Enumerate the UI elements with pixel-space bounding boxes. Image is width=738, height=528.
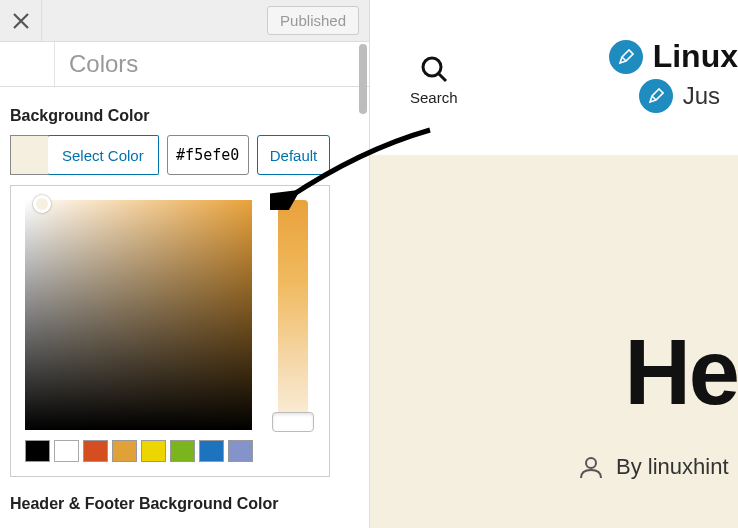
site-preview: Search Linux Jus He [370,0,738,528]
preset-swatch[interactable] [112,440,137,462]
svg-point-0 [423,58,441,76]
preset-swatch[interactable] [141,440,166,462]
preset-swatch[interactable] [54,440,79,462]
bg-color-label: Background Color [10,107,359,125]
section-header: Colors [0,42,369,87]
hue-slider[interactable] [278,200,308,430]
byline: By linuxhint [578,454,729,480]
header-footer-bg-label: Header & Footer Background Color [10,495,359,513]
preset-swatch[interactable] [83,440,108,462]
preset-swatch[interactable] [25,440,50,462]
search-icon [420,55,448,83]
saturation-value-area[interactable] [25,200,252,430]
published-button[interactable]: Published [267,6,359,35]
pencil-icon [618,49,634,65]
site-title[interactable]: Linux [653,38,738,75]
preset-swatch[interactable] [170,440,195,462]
search-button[interactable]: Search [410,55,458,106]
section-title: Colors [55,44,369,84]
sv-handle[interactable] [33,195,51,213]
search-label: Search [410,89,458,106]
svg-point-1 [586,458,596,468]
color-picker [10,185,330,477]
pencil-icon [648,88,664,104]
scrollbar[interactable] [359,44,367,114]
preset-swatch[interactable] [199,440,224,462]
back-area[interactable] [0,42,55,86]
preset-swatch[interactable] [228,440,253,462]
close-icon[interactable] [0,0,42,42]
site-tagline[interactable]: Jus [683,82,720,110]
edit-tagline-button[interactable] [639,79,673,113]
author-icon [578,454,604,480]
preview-content-area: He By linuxhint [370,155,738,528]
edit-title-button[interactable] [609,40,643,74]
customizer-topbar: Published [0,0,369,42]
post-title: He [624,320,738,425]
hex-input[interactable] [167,135,249,175]
byline-text: By linuxhint [616,454,729,480]
preset-swatches [25,440,315,462]
select-color-button[interactable]: Select Color [48,135,159,175]
default-button[interactable]: Default [257,135,331,175]
hue-handle[interactable] [272,412,314,432]
